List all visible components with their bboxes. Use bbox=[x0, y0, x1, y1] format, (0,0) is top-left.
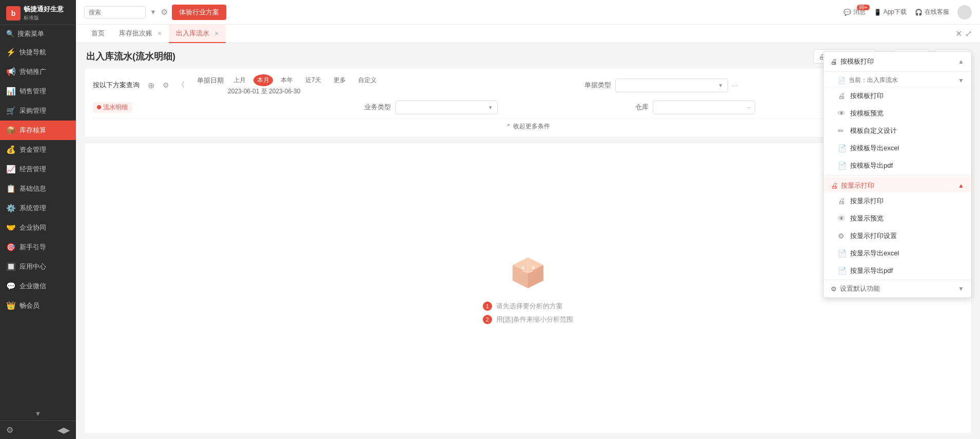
warehouse-label: 仓库 bbox=[635, 103, 649, 112]
dropdown-display-preview[interactable]: 👁 按显示预览 bbox=[824, 210, 971, 227]
date-filter-custom[interactable]: 自定义 bbox=[354, 74, 381, 86]
page-title: 出入库流水(流水明细) bbox=[86, 50, 175, 63]
display-section-label: 按显示打印 bbox=[841, 181, 874, 190]
filter-add-button[interactable]: ⊕ bbox=[148, 81, 154, 90]
dropdown-template-print[interactable]: 🖨 按模板打印 bbox=[824, 87, 971, 105]
dropdown-display-excel[interactable]: 📄 按显示导出excel bbox=[824, 245, 971, 262]
dropdown-footer-settings[interactable]: ⚙ 设置默认功能 ▼ bbox=[824, 280, 971, 297]
topbar-left: ▼ ⚙ 体验行业方案 bbox=[84, 5, 837, 20]
sidebar-nav: ⚡ 快捷导航 📢 营销推广 📊 销售管理 🛒 采购管理 📦 库存核算 💰 资金管… bbox=[0, 43, 76, 407]
sidebar-item-inventory[interactable]: 📦 库存核算 bbox=[0, 121, 76, 140]
date-filter-this-month[interactable]: 本月 bbox=[253, 74, 273, 86]
date-filter-this-year[interactable]: 本年 bbox=[276, 74, 298, 86]
sidebar-item-label: 经营管理 bbox=[19, 165, 46, 174]
wechat-icon: 💬 bbox=[6, 282, 15, 291]
topbar-dropdown-chevron[interactable]: ▼ bbox=[150, 8, 156, 16]
tab-expand-icon[interactable]: ⤢ bbox=[965, 29, 972, 38]
online-service-button[interactable]: 🎧 在线客服 bbox=[915, 8, 949, 16]
industry-solution-button[interactable]: 体验行业方案 bbox=[172, 5, 226, 20]
main-content: ▼ ⚙ 体验行业方案 💬 消息 99+ 📱 App下载 🎧 在线客服 首页 bbox=[76, 0, 980, 439]
warehouse-select[interactable]: ··· bbox=[653, 101, 755, 114]
sidebar-item-app[interactable]: 🔲 应用中心 bbox=[0, 257, 76, 276]
app-download-button[interactable]: 📱 App下载 bbox=[874, 8, 907, 16]
tag-dot bbox=[97, 105, 101, 109]
user-avatar[interactable] bbox=[957, 5, 972, 19]
sidebar-item-label: 畅会员 bbox=[19, 301, 40, 310]
date-filter-more[interactable]: 更多 bbox=[329, 74, 350, 86]
sidebar-item-wechat[interactable]: 💬 企业微信 bbox=[0, 276, 76, 296]
dropdown-template-excel[interactable]: 📄 按模板导出excel bbox=[824, 139, 971, 157]
doc-type-more-icon[interactable]: ··· bbox=[732, 82, 738, 89]
app-download-label: App下载 bbox=[884, 8, 907, 16]
flow-detail-tag[interactable]: 流水明细 bbox=[93, 102, 132, 113]
footer-settings-icon: ⚙ bbox=[831, 285, 837, 293]
step-2-text: 用[选]条件来缩小分析范围 bbox=[496, 315, 573, 324]
display-section-collapse-icon[interactable]: ▲ bbox=[958, 182, 964, 189]
dropdown-display-pdf[interactable]: 📄 按显示导出pdf bbox=[824, 262, 971, 280]
sidebar-item-label: 销售管理 bbox=[19, 87, 46, 96]
dropdown-template-preview[interactable]: 👁 按模板预览 bbox=[824, 105, 971, 122]
tab-home[interactable]: 首页 bbox=[84, 25, 112, 43]
tab-batch-close[interactable]: × bbox=[158, 29, 162, 37]
dropdown-divider bbox=[824, 175, 971, 176]
sidebar-item-marketing[interactable]: 📢 营销推广 bbox=[0, 62, 76, 82]
shortcut-icon: ⚡ bbox=[6, 48, 15, 57]
collapse-more-button[interactable]: ⌃ 收起更多条件 bbox=[506, 122, 550, 131]
tab-flow[interactable]: 出入库流水 × bbox=[169, 25, 226, 43]
sidebar-item-label: 应用中心 bbox=[19, 262, 46, 271]
sidebar-item-guide[interactable]: 🎯 新手引导 bbox=[0, 237, 76, 257]
sidebar-search[interactable]: 🔍 搜索菜单 bbox=[0, 25, 76, 43]
inventory-icon: 📦 bbox=[6, 126, 15, 135]
template-custom-label: 模板自定义设计 bbox=[850, 126, 897, 135]
sidebar-item-label: 库存核算 bbox=[19, 126, 46, 135]
filter-settings-button[interactable]: ⚙ bbox=[163, 81, 169, 89]
tab-flow-close[interactable]: × bbox=[214, 29, 219, 37]
template-pdf-icon: 📄 bbox=[838, 162, 846, 170]
message-button[interactable]: 💬 消息 99+ bbox=[844, 8, 866, 16]
biz-type-label: 业务类型 bbox=[364, 103, 391, 112]
sidebar-footer: ⚙ ◀▶ bbox=[0, 421, 76, 439]
empty-steps: 1 请先选择要分析的方案 2 用[选]条件来缩小分析范围 bbox=[483, 302, 573, 324]
sidebar-item-member[interactable]: 👑 畅会员 bbox=[0, 296, 76, 315]
print-dropdown-panel: 🖨 按模板打印 ▲ 📄 当前：出入库流水 ▼ 🖨 按模板打印 👁 按模板预览 ✏… bbox=[823, 51, 972, 298]
svg-point-6 bbox=[521, 266, 524, 269]
doc-type-select[interactable]: ▼ bbox=[615, 78, 728, 92]
sidebar-item-basic[interactable]: 📋 基础信息 bbox=[0, 179, 76, 198]
dropdown-template-custom[interactable]: ✏ 模板自定义设计 bbox=[824, 122, 971, 139]
display-print-label: 按显示打印 bbox=[850, 196, 884, 206]
warehouse-chevron-icon: ··· bbox=[747, 105, 751, 110]
template-pdf-label: 按模板导出pdf bbox=[850, 161, 893, 170]
topbar-gear-icon[interactable]: ⚙ bbox=[161, 7, 168, 17]
doc-type-label: 单据类型 bbox=[584, 81, 611, 90]
search-label: 搜索菜单 bbox=[17, 29, 44, 38]
step-1-text: 请先选择要分析的方案 bbox=[496, 302, 563, 311]
tab-close-page-icon[interactable]: ✕ bbox=[955, 29, 962, 38]
display-print-icon: 🖨 bbox=[838, 197, 846, 205]
sidebar-item-purchase[interactable]: 🛒 采购管理 bbox=[0, 101, 76, 121]
collapse-sidebar-icon[interactable]: ◀▶ bbox=[57, 425, 70, 435]
sidebar-scroll-down[interactable]: ▼ bbox=[0, 407, 76, 421]
dropdown-template-pdf[interactable]: 📄 按模板导出pdf bbox=[824, 157, 971, 174]
sidebar-item-operation[interactable]: 📈 经营管理 bbox=[0, 159, 76, 179]
dropdown-display-print[interactable]: 🖨 按显示打印 bbox=[824, 192, 971, 210]
date-filter-last-month[interactable]: 上月 bbox=[229, 74, 250, 86]
date-filter-7days[interactable]: 近7天 bbox=[301, 74, 326, 86]
filter-collapse-arrow[interactable]: 《 bbox=[178, 81, 185, 90]
dropdown-display-section: 🖨 按显示打印 ▲ bbox=[824, 177, 971, 192]
sidebar-item-finance[interactable]: 💰 资金管理 bbox=[0, 140, 76, 159]
sidebar-item-sales[interactable]: 📊 销售管理 bbox=[0, 82, 76, 101]
topbar: ▼ ⚙ 体验行业方案 💬 消息 99+ 📱 App下载 🎧 在线客服 bbox=[76, 0, 980, 25]
current-chevron-icon[interactable]: ▼ bbox=[958, 77, 964, 84]
topbar-search-input[interactable] bbox=[84, 6, 146, 18]
service-icon: 🎧 bbox=[915, 9, 923, 16]
sales-icon: 📊 bbox=[6, 87, 15, 96]
sidebar-item-shortcut[interactable]: ⚡ 快捷导航 bbox=[0, 43, 76, 62]
biz-type-select[interactable]: ▼ bbox=[395, 101, 498, 114]
sidebar-item-system[interactable]: ⚙️ 系统管理 bbox=[0, 198, 76, 218]
settings-icon[interactable]: ⚙ bbox=[6, 425, 13, 435]
dropdown-collapse-icon[interactable]: ▲ bbox=[958, 58, 964, 65]
dropdown-display-settings[interactable]: ⚙ 按显示打印设置 bbox=[824, 227, 971, 245]
step-1-number: 1 bbox=[483, 302, 492, 311]
tab-batch[interactable]: 库存批次账 × bbox=[112, 25, 169, 43]
sidebar-item-cooperation[interactable]: 🤝 企业协同 bbox=[0, 218, 76, 237]
